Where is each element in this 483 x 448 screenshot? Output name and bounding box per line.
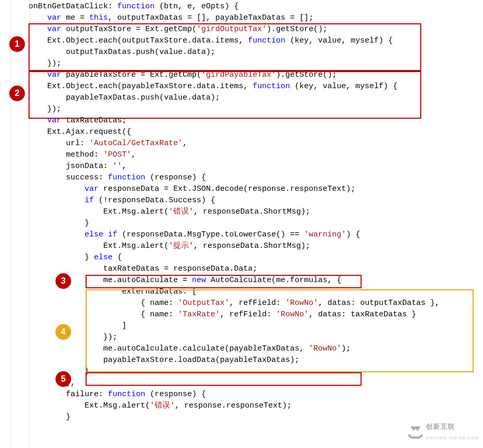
watermark-logo-icon <box>408 425 423 440</box>
keyword-function: function <box>117 2 155 11</box>
code-editor: onBtnGetDataClick: function (btn, e, eOp… <box>0 0 483 423</box>
annotation-badge-4: 4 <box>56 324 71 340</box>
keyword-var: var <box>47 13 61 22</box>
annotation-badge-1: 1 <box>9 36 25 52</box>
code-token: (btn, e, eOpts) { <box>155 2 239 11</box>
keyword-this: this <box>89 13 108 22</box>
annotation-badge-3: 3 <box>56 273 71 289</box>
indent-guides <box>0 0 29 448</box>
keyword-new: new <box>192 276 206 285</box>
annotation-badge-2: 2 <box>9 86 25 101</box>
watermark: 创新互联 CHUANG XIN HU LIAN <box>408 421 479 444</box>
string-literal: 'girdOutputTax' <box>197 25 267 34</box>
watermark-text: 创新互联 <box>426 421 479 432</box>
watermark-subtext: CHUANG XIN HU LIAN <box>426 432 479 444</box>
code-token: onBtnGetDataClick: <box>29 2 117 11</box>
annotation-badge-5: 5 <box>56 371 71 387</box>
